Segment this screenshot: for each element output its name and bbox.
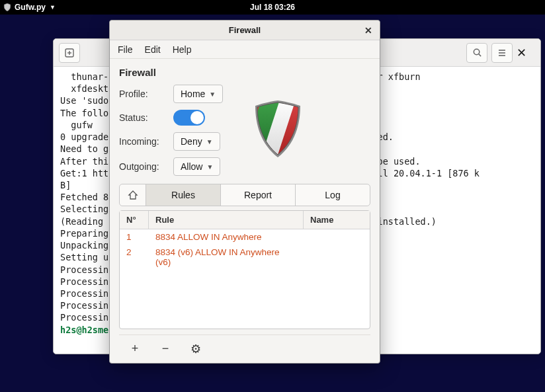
tab-rules[interactable]: Rules xyxy=(146,184,221,206)
window-title: Firewall xyxy=(229,25,261,35)
ufw-shield-icon xyxy=(251,98,304,161)
chevron-down-icon: ▼ xyxy=(209,91,216,98)
chevron-down-icon: ▼ xyxy=(206,163,213,171)
section-heading: Firewall xyxy=(119,67,370,78)
profile-value: Home xyxy=(181,89,205,99)
table-row[interactable]: 18834 ALLOW IN Anywhere xyxy=(120,229,370,245)
status-toggle[interactable] xyxy=(173,110,205,126)
tab-report[interactable]: Report xyxy=(221,184,296,206)
incoming-value: Deny xyxy=(181,136,202,147)
svg-line-4 xyxy=(478,54,480,56)
menu-edit[interactable]: Edit xyxy=(145,44,161,55)
chevron-down-icon: ▼ xyxy=(50,4,56,11)
gufw-window: Firewall ✕ File Edit Help Firewall Profi… xyxy=(109,20,380,364)
new-tab-button[interactable] xyxy=(59,43,80,63)
hamburger-menu-button[interactable] xyxy=(491,43,513,63)
outgoing-label: Outgoing: xyxy=(119,161,173,172)
home-icon xyxy=(128,190,138,200)
tab-home[interactable] xyxy=(120,184,146,206)
col-n[interactable]: N° xyxy=(120,211,149,229)
incoming-combo[interactable]: Deny ▼ xyxy=(173,132,220,151)
table-row[interactable]: 28834 (v6) ALLOW IN Anywhere (v6) xyxy=(120,245,370,270)
add-rule-button[interactable]: + xyxy=(128,342,142,356)
status-label: Status: xyxy=(119,112,173,123)
col-name[interactable]: Name xyxy=(304,211,370,229)
gufw-titlebar[interactable]: Firewall ✕ xyxy=(110,20,380,40)
menubar: File Edit Help xyxy=(110,40,380,59)
rules-actions: + − ⚙ xyxy=(119,334,370,363)
topbar-app-menu[interactable]: Gufw.py ▼ xyxy=(0,3,56,12)
gnome-topbar: Gufw.py ▼ Jul 18 03:26 xyxy=(0,0,545,15)
svg-point-3 xyxy=(474,49,479,54)
chevron-down-icon: ▼ xyxy=(206,138,213,145)
incoming-label: Incoming: xyxy=(119,136,173,147)
topbar-app-name: Gufw.py xyxy=(15,3,46,12)
menu-help[interactable]: Help xyxy=(173,44,192,55)
rule-settings-button[interactable]: ⚙ xyxy=(189,342,202,356)
outgoing-combo[interactable]: Allow ▼ xyxy=(173,157,220,176)
profile-combo[interactable]: Home ▼ xyxy=(173,85,223,103)
remove-rule-button[interactable]: − xyxy=(159,342,172,356)
tab-log[interactable]: Log xyxy=(296,184,370,206)
col-rule[interactable]: Rule xyxy=(149,211,304,229)
tabbar: Rules Report Log xyxy=(119,184,370,206)
close-button[interactable]: ✕ xyxy=(362,24,374,36)
shield-icon xyxy=(3,3,12,12)
terminal-prompt: h2s@h2sme xyxy=(60,325,108,335)
search-button[interactable] xyxy=(466,43,487,63)
window-close-button[interactable]: ✕ xyxy=(517,46,535,60)
menu-file[interactable]: File xyxy=(118,44,133,55)
outgoing-value: Allow xyxy=(181,161,202,172)
topbar-clock[interactable]: Jul 18 03:26 xyxy=(250,3,295,12)
profile-label: Profile: xyxy=(119,89,173,99)
rules-table: N° Rule Name 18834 ALLOW IN Anywhere2883… xyxy=(119,210,370,329)
